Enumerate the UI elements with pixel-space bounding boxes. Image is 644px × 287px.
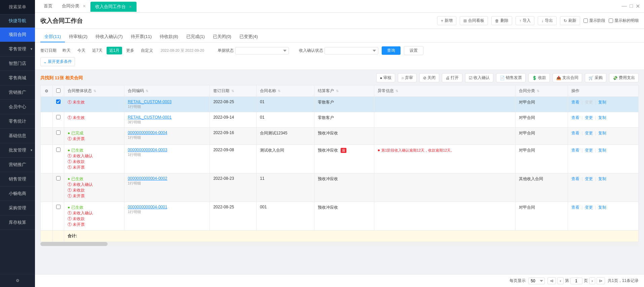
contract-code-link[interactable]: RETAIL_CUSTOM-0001 (128, 115, 206, 120)
sidebar-search[interactable]: 搜索菜单 (0, 0, 35, 14)
copy-link[interactable]: 复制 (598, 100, 606, 105)
change-link[interactable]: 变更 (585, 205, 593, 210)
collection-button[interactable]: 💲 收款 (528, 73, 550, 82)
copy-link[interactable]: 复制 (598, 205, 606, 210)
sales-invoice-button[interactable]: 📄 销售发票 (496, 73, 526, 82)
view-link[interactable]: 查看 (571, 176, 579, 181)
window-minimize[interactable]: — (621, 3, 627, 9)
query-button[interactable]: 查询 (382, 46, 401, 55)
date-btn-custom[interactable]: 自定义 (138, 47, 156, 54)
add-button[interactable]: + 新增 (437, 16, 456, 25)
copy-link[interactable]: 复制 (598, 131, 606, 135)
view-link[interactable]: 查看 (571, 115, 579, 120)
tab-income-workbench-close[interactable]: ✕ (129, 5, 132, 9)
sidebar-item-member[interactable]: 会员中心 (0, 100, 35, 114)
copy-link[interactable]: 复制 (598, 176, 606, 181)
view-link[interactable]: 查看 (571, 148, 579, 153)
kanban-button[interactable]: ⊞ 合同看板 (460, 16, 488, 25)
sidebar-item-wholesale[interactable]: 批发管理 (0, 143, 35, 158)
col-code[interactable]: 合同编码 ⇅ (124, 85, 210, 97)
expense-out-button[interactable]: 📤 支出合同 (553, 73, 582, 82)
view-link[interactable]: 查看 (571, 131, 579, 135)
income-confirm-button[interactable]: ☑ 收入确认 (465, 73, 493, 82)
col-abnormal[interactable]: 异常信息 ⇅ (374, 85, 515, 97)
row-checkbox[interactable] (56, 148, 61, 152)
filter-tab-completed[interactable]: 已完成(1) (182, 32, 209, 42)
sidebar-item-xiaochangec[interactable]: 小畅电商 (0, 187, 35, 201)
view-link[interactable]: 查看 (571, 100, 579, 105)
contract-code-link[interactable]: 0000000000004-0003 (128, 148, 206, 152)
change-link[interactable]: 变更 (585, 131, 593, 135)
contract-code-link[interactable]: 0000000000004-0002 (128, 176, 206, 181)
fee-out-button[interactable]: 💸 费用支出 (609, 73, 639, 82)
delete-button[interactable]: 🗑 删除 (491, 16, 512, 25)
tab-home[interactable]: 首页 (39, 0, 57, 12)
doc-status-select[interactable] (235, 47, 289, 54)
row-checkbox[interactable] (56, 205, 61, 209)
col-name[interactable]: 合同名称 ⇅ (257, 85, 314, 97)
show-detail-checkbox[interactable]: 显示标的明细 (609, 18, 639, 24)
col-customer[interactable]: 结算客户 ⇅ (314, 85, 374, 97)
sidebar-item-marketing[interactable]: 营销推广 (0, 85, 35, 100)
tab-contract-category-close[interactable]: ✕ (83, 4, 86, 8)
import-button[interactable]: ↑ 导入 (516, 16, 534, 25)
tab-income-workbench[interactable]: 收入合同工作台 ✕ (90, 2, 137, 12)
date-btn-today[interactable]: 今天 (75, 47, 88, 54)
sidebar-quick-nav[interactable]: 快捷导航 (0, 14, 35, 28)
col-status[interactable]: 合同整体状态 ⇅ (64, 85, 124, 97)
copy-link[interactable]: 复制 (598, 148, 606, 153)
filter-tab-pending-collection[interactable]: 待收款(8) (156, 32, 182, 42)
sidebar-item-purchase[interactable]: 采购管理 (0, 201, 35, 215)
row-checkbox[interactable] (56, 115, 61, 119)
change-link[interactable]: 变更 (585, 115, 593, 120)
filter-tab-closed[interactable]: 已关闭(0) (209, 32, 235, 42)
contract-code-link[interactable]: 0000000000004-0004 (128, 130, 206, 135)
change-link[interactable]: 变更 (585, 148, 593, 153)
col-settings[interactable]: ⚙ (41, 85, 53, 97)
sidebar-item-retail-mall[interactable]: 零售商城 (0, 71, 35, 85)
filter-tab-all[interactable]: 全部(11) (40, 32, 65, 42)
refresh-button[interactable]: ↻ 刷新 (560, 16, 580, 25)
horizontal-scrollbar[interactable] (40, 242, 639, 246)
sidebar-settings[interactable]: ⚙ (0, 274, 35, 287)
show-fields-checkbox[interactable]: 显示阶段 (583, 18, 605, 24)
tab-contract-category[interactable]: 合同分类 ✕ (57, 0, 90, 12)
sidebar-item-sales-mgmt[interactable]: 销售管理 (0, 172, 35, 187)
sidebar-item-inventory[interactable]: 库存核算 (0, 215, 35, 230)
filter-tab-changed[interactable]: 已变更(4) (235, 32, 262, 42)
contract-code-link[interactable]: 0000000000004-0001 (128, 205, 206, 209)
sidebar-item-retail-stat[interactable]: 零售统计 (0, 114, 35, 129)
window-close[interactable]: ✕ (636, 3, 640, 9)
prev-page-button[interactable]: ‹ (557, 277, 563, 284)
sidebar-item-project[interactable]: 项目合同 (0, 28, 35, 42)
date-btn-more[interactable]: 更多 (123, 47, 137, 54)
date-btn-1month[interactable]: 近1月 (107, 47, 122, 54)
income-confirm-select[interactable] (325, 47, 378, 54)
date-btn-yesterday[interactable]: 昨天 (60, 47, 73, 54)
copy-link[interactable]: 复制 (598, 115, 606, 120)
change-link[interactable]: 变更 (585, 176, 593, 181)
row-checkbox[interactable] (56, 176, 61, 180)
contract-code-link[interactable]: RETAIL_CUSTOM-0003 (128, 99, 206, 104)
audit-button[interactable]: ● 审核 (376, 73, 395, 82)
col-category[interactable]: 合同分类 ⇅ (515, 85, 568, 97)
filter-tab-pending-review[interactable]: 待审核(2) (65, 32, 91, 42)
first-page-button[interactable]: ⊲ (547, 277, 556, 284)
close-button[interactable]: ⊘ 关闭 (419, 73, 439, 82)
next-page-button[interactable]: › (589, 277, 595, 284)
col-sign-date[interactable]: 签订日期 ⇅ (210, 85, 257, 97)
filter-tab-pending-invoice[interactable]: 待开票(11) (127, 32, 156, 42)
row-checkbox[interactable] (56, 130, 61, 135)
page-size-select[interactable]: 50 10 20 100 (528, 278, 545, 284)
view-link[interactable]: 查看 (571, 205, 579, 210)
sidebar-item-basic-info[interactable]: 基础信息 (0, 129, 35, 143)
sidebar-item-retail-mgmt[interactable]: 零售管理 (0, 42, 35, 56)
scrollbar-thumb[interactable] (40, 242, 108, 246)
expand-conditions-button[interactable]: ⌄ 展开更多条件 (40, 57, 75, 66)
page-input[interactable] (570, 278, 582, 284)
filter-tab-pending-income[interactable]: 待收入确认(7) (91, 32, 127, 42)
set-button[interactable]: 设置 (404, 46, 423, 55)
print-button[interactable]: 🖨 打开 (442, 73, 462, 82)
row-checkbox[interactable] (56, 99, 61, 104)
date-btn-7days[interactable]: 近7天 (89, 47, 105, 54)
